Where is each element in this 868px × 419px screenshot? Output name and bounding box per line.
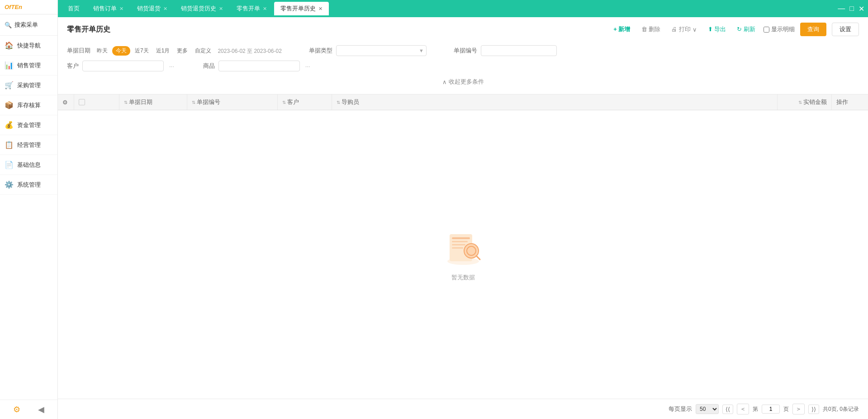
sidebar-item-purchase[interactable]: 🛒 采购管理 [0,75,57,95]
minimize-btn[interactable]: — [838,5,845,13]
tab-close-icon[interactable]: ✕ [119,6,123,12]
next-page-btn[interactable]: ＞ [792,404,805,414]
th-sort-icon[interactable]: ⇅ [798,100,802,105]
svg-rect-5 [452,247,463,249]
svg-line-8 [476,256,480,259]
th-sort-icon[interactable]: ⇅ [282,100,286,105]
date-btn-last7[interactable]: 近7天 [132,46,152,56]
th-settings[interactable]: ⚙ [58,94,74,110]
tab-close-icon[interactable]: ✕ [163,6,167,12]
page-size-select[interactable]: 50 20 100 [696,404,719,414]
date-btn-last1month[interactable]: 近1月 [153,46,173,56]
last-page-btn[interactable]: ⟩⟩ [808,405,819,414]
th-checkbox[interactable] [74,94,119,110]
box-icon: 📦 [5,101,14,109]
th-customer-label: 客户 [287,98,299,106]
gear-icon: ⚙️ [5,180,14,189]
setting-button[interactable]: 设置 [832,23,859,36]
print-arrow-icon: ∨ [693,26,697,33]
pagination: 每页显示 50 20 100 ⟨⟨ ＜ 第 页 ＞ ⟩⟩ 共0页, 0条记录 [58,399,868,419]
date-btn-today[interactable]: 今天 [112,46,130,56]
filter-area: 单据日期 昨天 今天 近7天 近1月 更多 自定义 2023-06-02 至 2… [67,41,859,94]
goods-label: 商品 [203,62,215,70]
tab-retailopen[interactable]: 零售开单 ✕ [230,2,273,15]
print-button[interactable]: 🖨 打印 ∨ [669,24,700,35]
customer-more-icon[interactable]: ··· [167,63,176,70]
th-amount[interactable]: ⇅ 实销金额 [778,94,832,110]
tab-retailopenhistory[interactable]: 零售开单历史 ✕ [274,2,329,15]
refresh-button[interactable]: ↻ 刷新 [734,24,758,35]
doctype-select-wrapper: ▼ [336,45,427,56]
goods-more-icon[interactable]: ··· [304,63,312,70]
clipboard-icon: 📋 [5,141,14,149]
filter-date-group: 单据日期 昨天 今天 近7天 近1月 更多 自定义 2023-06-02 至 2… [67,46,282,56]
sidebar-item-finance[interactable]: 💰 资金管理 [0,115,57,135]
date-btn-more[interactable]: 更多 [174,46,190,56]
th-sort-icon[interactable]: ⇅ [124,100,128,105]
goods-input[interactable] [218,61,300,71]
filter-row-1: 单据日期 昨天 今天 近7天 近1月 更多 自定义 2023-06-02 至 2… [67,45,859,56]
header-checkbox[interactable] [79,99,85,105]
doc-icon: 📄 [5,160,14,169]
collapse-filter-btn[interactable]: ∧ 收起更多条件 [67,76,859,89]
page-input[interactable] [762,405,780,414]
customer-label: 客户 [67,62,79,70]
search-label: 搜索采单 [14,21,38,29]
settings-icon[interactable]: ⚙ [62,99,68,106]
th-sort-icon[interactable]: ⇅ [192,100,195,105]
th-guide[interactable]: ⇅ 导购员 [332,94,778,110]
sidebar-item-inventory[interactable]: 📦 库存核算 [0,95,57,115]
tab-salesreturn[interactable]: 销货退货 ✕ [131,2,174,15]
tab-salesreturnhistory[interactable]: 销货退货历史 ✕ [175,2,229,15]
query-button[interactable]: 查询 [800,23,826,36]
th-number-label: 单据编号 [197,98,220,106]
sidebar-item-operations[interactable]: 📋 经营管理 [0,135,57,155]
first-page-btn[interactable]: ⟨⟨ [722,405,733,414]
delete-button[interactable]: 🗑 删除 [639,24,664,35]
th-date[interactable]: ⇅ 单据日期 [119,94,187,110]
docnumber-input[interactable] [481,45,557,56]
th-customer[interactable]: ⇅ 客户 [278,94,332,110]
docnumber-label: 单据编号 [454,47,477,55]
svg-rect-4 [452,244,465,245]
sidebar-item-basicinfo[interactable]: 📄 基础信息 [0,155,57,175]
sidebar-item-system[interactable]: ⚙️ 系统管理 [0,175,57,195]
sidebar-item-sales[interactable]: 📊 销售管理 [0,56,57,75]
tab-close-icon[interactable]: ✕ [219,6,223,12]
filter-customer-group: 客户 ··· [67,61,176,71]
add-button[interactable]: + 新增 [611,24,633,35]
display-toggle-label: 显示明细 [771,25,795,33]
sidebar-search[interactable]: 🔍 搜索采单 [0,14,57,36]
chevron-up-icon: ∧ [442,79,447,85]
tab-label: 销货退货历史 [181,5,216,13]
collapse-sidebar-btn[interactable]: ◀ [38,405,44,414]
total-info: 共0页, 0条记录 [823,405,859,413]
tab-label: 销售订单 [93,5,117,13]
doctype-select[interactable] [336,45,427,56]
brand-logo: OfTEn [5,4,22,10]
tab-home[interactable]: 首页 [62,2,86,15]
date-btn-custom[interactable]: 自定义 [192,46,214,56]
settings-bottom-icon[interactable]: ⚙ [13,405,20,414]
customer-input[interactable] [82,61,164,71]
chart-icon: 📊 [5,61,14,70]
table-wrapper: ⚙ ⇅ 单据日期 ⇅ 单据编号 ⇅ 客户 ⇅ 导购员 ⇅ [58,94,868,419]
display-toggle-checkbox[interactable] [764,27,769,33]
th-number[interactable]: ⇅ 单据编号 [187,94,278,110]
tab-close-icon[interactable]: ✕ [318,6,323,12]
date-btn-yesterday[interactable]: 昨天 [94,46,110,56]
date-range-text: 2023-06-02 至 2023-06-02 [218,47,281,55]
prev-page-btn[interactable]: ＜ [737,404,749,414]
display-toggle[interactable]: 显示明细 [764,25,795,33]
th-sort-icon[interactable]: ⇅ [337,100,340,105]
tab-close-icon[interactable]: ✕ [263,6,267,12]
close-btn[interactable]: ✕ [859,5,864,13]
main-content: 首页 销售订单 ✕ 销货退货 ✕ 销货退货历史 ✕ 零售开单 ✕ 零售开单历史 … [58,0,868,419]
filter-row-2: 客户 ··· 商品 ··· [67,61,859,71]
maximize-btn[interactable]: □ [849,5,854,13]
empty-text: 暂无数据 [451,273,475,282]
sidebar-item-label: 销售管理 [17,61,41,70]
tab-salesorder[interactable]: 销售订单 ✕ [87,2,130,15]
sidebar-item-quicknav[interactable]: 🏠 快捷导航 [0,36,57,56]
export-button[interactable]: ⬆ 导出 [705,24,729,35]
